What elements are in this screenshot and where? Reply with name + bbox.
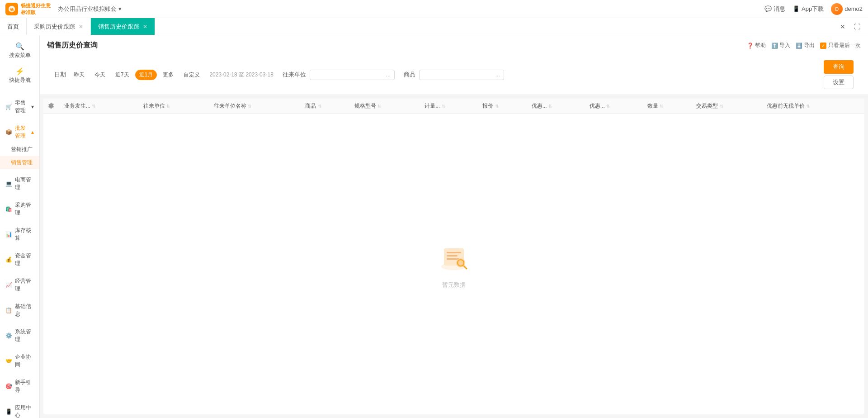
- svg-rect-4: [447, 252, 461, 253]
- svg-text:畅: 畅: [10, 7, 14, 11]
- export-btn[interactable]: ⬇️ 导出: [796, 42, 815, 49]
- sidebar-item-inventory[interactable]: 📊 库存核算: [0, 223, 39, 245]
- tab-sales-history[interactable]: 销售历史价跟踪 ✕: [91, 18, 155, 35]
- finance-icon: 💰: [5, 256, 12, 263]
- sidebar-item-wholesale[interactable]: 📦 批发管理 ▴: [0, 121, 39, 143]
- date-btn-last1m[interactable]: 近1月: [135, 70, 157, 80]
- maximize-btn[interactable]: ⛶: [852, 21, 863, 32]
- date-btn-last7[interactable]: 近7天: [111, 70, 133, 80]
- help-btn[interactable]: ❓ 帮助: [747, 42, 766, 49]
- filter-bar: 日期 昨天 今天 近7天 近1月 更多 自定义 2023-02-18 至 202…: [47, 56, 861, 95]
- th-discount1[interactable]: 优惠... ⇅: [527, 99, 585, 114]
- sidebar-group-retail: 🛒 零售管理 ▾: [0, 94, 39, 119]
- sidebar-top-section: 🔍 搜索菜单 ⚡ 快捷导航: [0, 35, 39, 90]
- sidebar-item-search[interactable]: 🔍 搜索菜单: [2, 38, 38, 63]
- page-header: 销售历史价查询 ❓ 帮助 ⬆️ 导入 ⬇️ 导出: [40, 35, 868, 95]
- date-buttons: 昨天 今天 近7天 近1月 更多 自定义: [70, 70, 204, 80]
- th-unit[interactable]: 计量... ⇅: [420, 99, 478, 114]
- apps-icon: 📱: [5, 408, 12, 415]
- th-product[interactable]: 商品 ⇅: [301, 99, 349, 114]
- svg-rect-5: [447, 255, 458, 256]
- close-tab-btn[interactable]: ✕: [837, 21, 848, 32]
- th-biz-date[interactable]: 业务发生... ⇅: [60, 99, 139, 114]
- sidebar-item-ecommerce[interactable]: 💻 电商管理: [0, 173, 39, 195]
- import-btn[interactable]: ⬆️ 导入: [771, 42, 790, 49]
- sort-icon-trade-type: ⇅: [720, 104, 723, 109]
- sidebar-group-purchase: 🛍️ 采购管理: [0, 196, 39, 222]
- th-quote[interactable]: 报价 ⇅: [478, 99, 527, 114]
- sidebar-item-purchase[interactable]: 🛍️ 采购管理: [0, 198, 39, 220]
- partner-input-wrapper[interactable]: ...: [310, 70, 395, 80]
- app-selector[interactable]: 办公用品行业模拟账套 ▾: [54, 3, 125, 15]
- sidebar-item-newbie[interactable]: 🎯 新手引导: [0, 375, 39, 397]
- product-input-wrapper[interactable]: ...: [419, 70, 504, 80]
- message-btn[interactable]: 💬 消息: [764, 5, 785, 13]
- sidebar-sub-sales-mgmt[interactable]: 销售管理: [0, 156, 39, 169]
- date-btn-more[interactable]: 更多: [159, 70, 178, 80]
- date-range-display: 2023-02-18 至 2023-03-18: [209, 71, 273, 79]
- avatar-icon: D: [831, 3, 843, 15]
- th-quantity[interactable]: 数量 ⇅: [643, 99, 692, 114]
- chevron-down-icon: ▾: [118, 5, 122, 12]
- partner-filter-group: 往来单位 ...: [283, 70, 395, 80]
- ecommerce-icon: 💻: [5, 180, 12, 187]
- sidebar-item-operations[interactable]: 📈 经营管理: [0, 274, 39, 296]
- inventory-icon: 📊: [5, 231, 12, 238]
- partner-input[interactable]: [314, 71, 386, 78]
- partner-ellipsis[interactable]: ...: [386, 71, 391, 78]
- date-btn-today[interactable]: 今天: [90, 70, 109, 80]
- sidebar-group-operations: 📈 经营管理: [0, 272, 39, 298]
- date-btn-custom[interactable]: 自定义: [179, 70, 204, 80]
- tab-close-sales[interactable]: ✕: [143, 24, 147, 30]
- settings-button[interactable]: 设置: [824, 76, 854, 89]
- user-avatar[interactable]: D demo2: [831, 3, 863, 15]
- only-last-checkbox[interactable]: 只看最后一次: [820, 42, 861, 49]
- newbie-icon: 🎯: [5, 383, 12, 390]
- page-title: 销售历史价查询: [47, 41, 98, 50]
- sort-icon-quote: ⇅: [495, 104, 499, 109]
- sidebar-sub-marketing[interactable]: 营销推广: [0, 143, 39, 156]
- system-icon: ⚙️: [5, 332, 12, 339]
- th-settings[interactable]: [43, 99, 60, 114]
- sort-icon-quantity: ⇅: [660, 104, 663, 109]
- empty-icon: [436, 239, 472, 276]
- tab-purchase-history[interactable]: 采购历史价跟踪 ✕: [27, 18, 91, 35]
- th-trade-type[interactable]: 交易类型 ⇅: [692, 99, 762, 114]
- quick-nav-icon: ⚡: [15, 67, 24, 76]
- sidebar-item-basic-info[interactable]: 📋 基础信息: [0, 299, 39, 321]
- sidebar-item-finance[interactable]: 💰 资金管理: [0, 249, 39, 271]
- sidebar-item-system[interactable]: ⚙️ 系统管理: [0, 325, 39, 347]
- sidebar-group-basic-info: 📋 基础信息: [0, 298, 39, 323]
- th-spec[interactable]: 规格型号 ⇅: [350, 99, 420, 114]
- data-table: 业务发生... ⇅ 往来单位 ⇅ 往来单位名称 ⇅ 商品: [43, 99, 864, 114]
- th-discount2[interactable]: 优惠... ⇅: [585, 99, 643, 114]
- tab-home[interactable]: 首页: [0, 18, 27, 35]
- topbar-left: 畅 畅捷通好生意 标准版 办公用品行业模拟账套 ▾: [5, 2, 125, 15]
- retail-icon: 🛒: [5, 104, 12, 110]
- product-input[interactable]: [423, 71, 495, 78]
- app-download-btn[interactable]: 📱 App下载: [793, 5, 824, 13]
- page-title-row: 销售历史价查询 ❓ 帮助 ⬆️ 导入 ⬇️ 导出: [47, 41, 861, 50]
- sidebar-group-wholesale: 📦 批发管理 ▴ 营销推广 销售管理: [0, 119, 39, 171]
- th-partner-name[interactable]: 往来单位名称 ⇅: [209, 99, 301, 114]
- export-icon: ⬇️: [796, 43, 802, 49]
- sidebar-item-enterprise[interactable]: 🤝 企业协同: [0, 350, 39, 372]
- sort-icon-discount1: ⇅: [548, 104, 552, 109]
- table-header-row: 业务发生... ⇅ 往来单位 ⇅ 往来单位名称 ⇅ 商品: [43, 99, 864, 114]
- product-label: 商品: [404, 71, 415, 79]
- th-pretax-price[interactable]: 优惠前无税单价 ⇅: [762, 99, 864, 114]
- partner-label: 往来单位: [283, 71, 306, 79]
- sort-icon-unit: ⇅: [442, 104, 445, 109]
- product-ellipsis[interactable]: ...: [495, 71, 500, 78]
- sidebar-item-apps[interactable]: 📱 应用中心: [0, 401, 39, 418]
- tabbar: 首页 采购历史价跟踪 ✕ 销售历史价跟踪 ✕ ✕ ⛶: [0, 18, 868, 35]
- topbar-right: 💬 消息 📱 App下载 D demo2: [764, 3, 863, 15]
- logo-text: 畅捷通好生意 标准版: [21, 2, 51, 15]
- th-partner-code[interactable]: 往来单位 ⇅: [139, 99, 209, 114]
- query-button[interactable]: 查询: [824, 60, 854, 74]
- sidebar-group-inventory: 📊 库存核算: [0, 222, 39, 247]
- tab-close-purchase[interactable]: ✕: [79, 24, 83, 30]
- sidebar-item-retail[interactable]: 🛒 零售管理 ▾: [0, 96, 39, 118]
- date-btn-yesterday[interactable]: 昨天: [70, 70, 89, 80]
- sidebar-item-quick-nav[interactable]: ⚡ 快捷导航: [2, 63, 38, 88]
